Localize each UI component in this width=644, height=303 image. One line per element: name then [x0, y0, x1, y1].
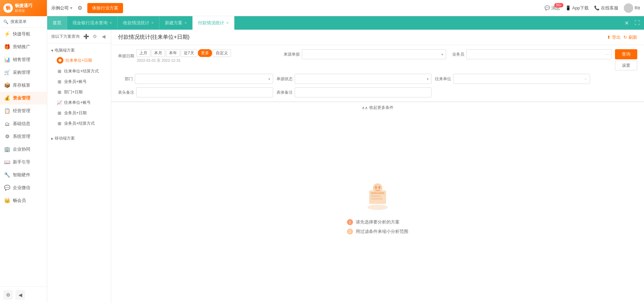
custom-date-btn[interactable]: 自定义 — [213, 49, 231, 57]
desktop-scheme-group-title[interactable]: ▾ 电脑端方案 — [47, 46, 111, 55]
doc-status-input[interactable]: ▾ — [295, 74, 432, 84]
app-logo-icon: 畅 — [3, 3, 13, 13]
scheme-item-salesman-account[interactable]: ⊞ 业务员+账号 — [47, 77, 111, 87]
system-icon: ⚙ — [4, 133, 10, 140]
sidebar-item-guide[interactable]: 📖 新手引导 — [0, 156, 47, 169]
scheme-item-salesman-settle[interactable]: ⊞ 业务员+结算方式 — [47, 118, 111, 129]
tab-new-scheme[interactable]: 新建方案 × — [159, 16, 193, 30]
company-selector[interactable]: 示例公司 ▾ — [51, 5, 72, 11]
sidebar-item-inventory[interactable]: 📦 库存核算 — [0, 79, 47, 92]
scheme-settings-button[interactable]: ⚙ — [91, 33, 98, 40]
salesman-arrow: ··· — [606, 53, 609, 56]
this-month-btn[interactable]: 本月 — [151, 49, 165, 57]
tab-payment-stats-close[interactable]: × — [226, 21, 229, 25]
message-button[interactable]: 💬 消息 99+ — [545, 5, 560, 11]
sidebar-item-member[interactable]: 👑 畅会员 — [0, 194, 47, 207]
salesman-input[interactable]: ··· — [466, 49, 612, 59]
sidebar-item-quick-nav[interactable]: ⚡ 快捷导航 — [0, 28, 47, 40]
sidebar-item-system[interactable]: ⚙ 系统管理 — [0, 130, 47, 143]
scheme-item-dept-date[interactable]: ⊞ 部门+日期 — [47, 87, 111, 97]
sidebar-collapse-button[interactable]: ◀ — [16, 290, 25, 300]
user-avatar-button[interactable]: Rit — [624, 3, 640, 13]
sidebar: 畅 畅捷通巧 标准版 🔍 搜索菜单 ⚡ 快捷导航 🎁 营销推广 📊 销售管理 🛒… — [0, 0, 47, 303]
tab-payment-stats[interactable]: 付款情况统计 × — [193, 16, 234, 30]
doc-status-label: 单据状态 — [276, 76, 293, 82]
export-button[interactable]: ⬆ 导出 — [607, 34, 621, 40]
online-service-button[interactable]: 📞 在线客服 — [594, 5, 618, 11]
dept-input[interactable]: ▾ — [135, 74, 273, 84]
body-note-input[interactable] — [295, 87, 432, 97]
tab-bank-flow[interactable]: 现金银行流水查询 × — [67, 16, 118, 30]
tab-maximize-button[interactable]: ⛶ — [633, 19, 641, 27]
sidebar-footer: ⚙ ◀ — [0, 286, 47, 303]
source-doc-arrow: ▾ — [441, 53, 443, 56]
online-service-label: 在线客服 — [601, 5, 618, 11]
source-doc-input[interactable]: ▾ — [302, 49, 446, 59]
page-actions: ⬆ 导出 ↻ 刷新 — [607, 34, 637, 40]
sidebar-item-wechat[interactable]: 💬 企业微信 — [0, 181, 47, 194]
more-date-btn[interactable]: 更多 — [198, 49, 212, 57]
user-avatar — [624, 3, 633, 13]
sidebar-item-operation[interactable]: 📋 经营管理 — [0, 104, 47, 117]
tab-new-scheme-close[interactable]: × — [184, 21, 187, 25]
collapse-side-panel-button[interactable]: ◀ — [100, 33, 107, 40]
quick-nav-icon: ⚡ — [4, 31, 10, 37]
scheme-item-partner-settle[interactable]: ⊞ 往来单位+结算方式 — [47, 66, 111, 77]
sidebar-settings-button[interactable]: ⚙ — [3, 290, 13, 300]
tab-receivable-close[interactable]: × — [151, 21, 154, 25]
this-year-btn[interactable]: 本年 — [166, 49, 180, 57]
step-num-1: 1 — [347, 219, 353, 225]
scheme-item-label: 业务员+结算方式 — [64, 121, 95, 126]
svg-point-0 — [368, 205, 388, 210]
step-num-2: 2 — [347, 229, 353, 235]
collapse-label: 收起更多条件 — [369, 105, 393, 111]
body-note-label: 表体备注 — [276, 90, 293, 95]
collapse-icon: ∧∧ — [362, 105, 368, 110]
query-button[interactable]: 查询 — [615, 49, 637, 59]
empty-step-1: 1 请先选择要分析的方案 — [347, 219, 408, 225]
scheme-table-icon-3: ⊞ — [57, 90, 62, 95]
app-download-button[interactable]: 📱 App下载 — [565, 5, 589, 11]
scheme-item-label: 往来单位+结算方式 — [64, 68, 99, 74]
sidebar-item-basic-info[interactable]: 🗂 基础信息 — [0, 117, 47, 130]
empty-illustration — [361, 179, 394, 212]
sidebar-item-capital[interactable]: 💰 资金管理 — [0, 92, 47, 104]
refresh-button[interactable]: ↻ 刷新 — [623, 34, 637, 40]
sidebar-item-label: 畅会员 — [13, 198, 26, 204]
topbar-settings-button[interactable]: ⚙ — [75, 3, 85, 13]
search-menu[interactable]: 🔍 搜索菜单 — [0, 16, 47, 28]
scheme-item-salesman-date[interactable]: ⊞ 业务员+日期 — [47, 108, 111, 118]
sidebar-item-label: 基础信息 — [13, 121, 30, 127]
scheme-item-partner-date[interactable]: 往来单位+日期 — [47, 55, 111, 66]
sidebar-item-label: 经营管理 — [13, 108, 30, 114]
sidebar-item-smart-hw[interactable]: 🔧 智能硬件 — [0, 169, 47, 181]
collapse-bar[interactable]: ∧∧ 收起更多条件 — [111, 102, 644, 113]
side-panel: 按以下方案查询 ➕ ⚙ ◀ ▾ 电脑端方案 往来单位+日期 — [47, 30, 111, 303]
sidebar-item-enterprise[interactable]: 🏢 企业协同 — [0, 143, 47, 156]
sidebar-item-purchase[interactable]: 🛒 采购管理 — [0, 66, 47, 79]
app-name: 畅捷通巧 — [15, 3, 32, 8]
tab-close-all-button[interactable]: ✕ — [622, 19, 631, 27]
add-scheme-button[interactable]: ➕ — [83, 33, 89, 40]
last-7days-btn[interactable]: 近7天 — [181, 49, 197, 57]
header-note-input[interactable] — [136, 87, 273, 97]
dept-label: 部门 — [118, 76, 133, 82]
partner-input[interactable]: ··· — [453, 74, 590, 84]
tab-bank-flow-close[interactable]: × — [110, 21, 112, 25]
sidebar-nav: ⚡ 快捷导航 🎁 营销推广 📊 销售管理 🛒 采购管理 📦 库存核算 💰 资金管… — [0, 28, 47, 286]
capital-icon: 💰 — [4, 95, 10, 101]
tab-receivable[interactable]: 收款情况统计 × — [118, 16, 159, 30]
scheme-item-partner-account[interactable]: 📈 往来单位+账号 — [47, 97, 111, 108]
tab-home[interactable]: 首页 — [47, 16, 67, 30]
tab-home-label: 首页 — [53, 20, 61, 26]
sidebar-item-label: 企业协同 — [13, 146, 30, 152]
salesman-label: 业务员 — [449, 52, 464, 57]
message-badge: 99+ — [554, 3, 563, 7]
filter-settings-button[interactable]: 设置 — [615, 61, 637, 70]
sidebar-item-marketing[interactable]: 🎁 营销推广 — [0, 40, 47, 53]
sidebar-item-sales[interactable]: 📊 销售管理 — [0, 53, 47, 66]
last-month-btn[interactable]: 上月 — [136, 49, 150, 57]
trial-button[interactable]: 体验行业方案 — [87, 3, 123, 13]
page-title: 付款情况统计(往来单位+日期) — [118, 34, 189, 41]
mobile-scheme-group-title[interactable]: ▸ 移动端方案 — [47, 134, 111, 143]
